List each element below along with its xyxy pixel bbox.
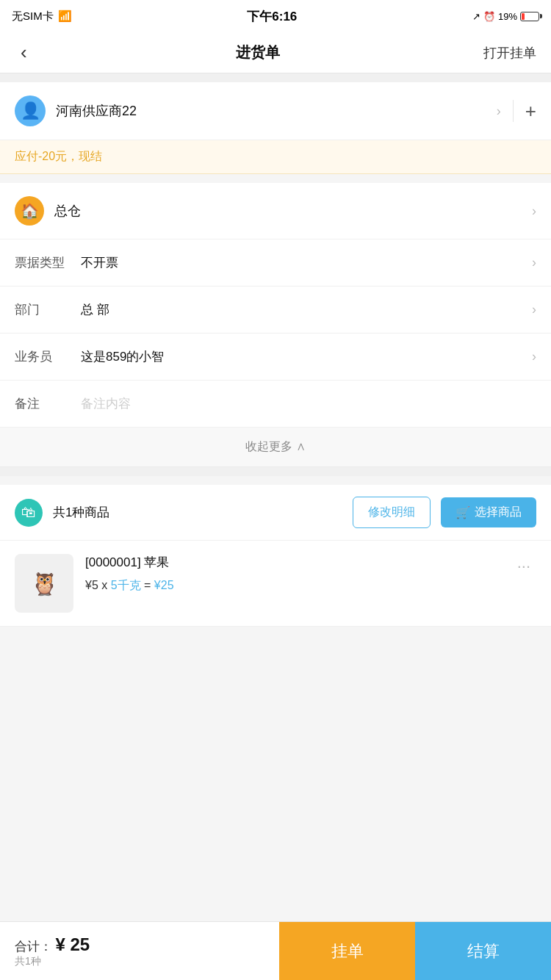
salesperson-label: 业务员 [15,348,81,365]
product-name: [0000001] 苹果 [85,554,500,571]
nav-bar: ‹ 进货单 打开挂单 [0,32,551,73]
warehouse-chevron-icon: › [532,203,536,219]
product-total: ¥25 [154,579,174,591]
products-header: 🛍 共1种商品 修改明细 🛒 选择商品 [0,485,551,541]
house-icon: 🏠 [21,202,39,220]
battery-fill [522,13,525,20]
remark-row[interactable]: 备注 备注内容 [0,381,551,428]
product-more-button[interactable]: ··· [511,554,536,579]
total-sub: 共1种 [15,955,264,968]
product-info: [0000001] 苹果 ¥5 x 5千克 = ¥25 [85,554,500,594]
warehouse-row[interactable]: 🏠 总仓 › [0,183,551,239]
top-divider [0,73,551,82]
footer: 合计： ¥ 25 共1种 挂单 结算 [0,921,551,980]
battery-icon [520,12,539,21]
edit-detail-button[interactable]: 修改明细 [353,497,431,528]
department-chevron-icon: › [532,302,536,317]
total-amount: ¥ 25 [55,934,90,954]
notice-text: 应付-20元，现结 [15,150,102,162]
supplier-name: 河南供应商22 [56,102,497,120]
open-suspend-button[interactable]: 打开挂单 [483,44,536,62]
suspend-button[interactable]: 挂单 [279,922,415,981]
product-placeholder-icon: 🦉 [31,571,58,597]
warehouse-icon: 🏠 [15,196,44,226]
status-left: 无SIM卡 📶 [12,10,72,24]
department-value: 总 部 [81,301,532,318]
salesperson-row[interactable]: 业务员 这是859的小智 › [0,334,551,381]
remark-label: 备注 [15,395,81,412]
status-bar: 无SIM卡 📶 下午6:16 ↗ ⏰ 19% [0,0,551,32]
supplier-icon: 👤 [21,101,40,120]
add-supplier-button[interactable]: + [525,100,536,123]
warehouse-name: 总仓 [54,202,532,220]
product-title: 苹果 [144,555,169,569]
product-qty: 5千克 [111,579,141,591]
supplier-row[interactable]: 👤 河南供应商22 › + [0,82,551,140]
product-item: 🦉 [0000001] 苹果 ¥5 x 5千克 = ¥25 ··· [0,541,551,627]
department-label: 部门 [15,301,81,318]
collapse-label: 收起更多 ∧ [245,440,305,453]
footer-spacer [0,627,551,700]
remark-input[interactable]: 备注内容 [81,395,536,412]
select-product-button[interactable]: 🛒 选择商品 [441,497,536,527]
carrier-label: 无SIM卡 [12,10,54,24]
invoice-type-row[interactable]: 票据类型 不开票 › [0,239,551,287]
unit-price: ¥5 [85,579,98,591]
status-right: ↗ ⏰ 19% [472,11,539,22]
bag-icon: 🛍 [21,504,36,521]
product-count-label: 共1种商品 [53,504,342,521]
page-title: 进货单 [236,43,280,62]
invoice-type-value: 不开票 [81,254,532,271]
battery-percent: 19% [498,11,517,22]
notice-bar: 应付-20元，现结 [0,140,551,174]
department-row[interactable]: 部门 总 部 › [0,287,551,334]
multiply-symbol: x [101,579,110,591]
products-icon: 🛍 [15,499,43,527]
invoice-type-chevron-icon: › [532,255,536,270]
location-icon: ↗ [472,11,480,22]
alarm-icon: ⏰ [483,11,495,22]
status-time: 下午6:16 [247,8,297,25]
salesperson-chevron-icon: › [532,349,536,364]
product-thumbnail: 🦉 [15,554,73,613]
checkout-button[interactable]: 结算 [415,922,551,981]
supplier-chevron-icon: › [497,104,501,119]
total-label: 合计： [15,940,52,954]
product-price-row: ¥5 x 5千克 = ¥25 [85,578,500,594]
collapse-toggle[interactable]: 收起更多 ∧ [0,428,551,467]
salesperson-value: 这是859的小智 [81,348,532,365]
select-product-label: 选择商品 [475,505,522,520]
vertical-divider [513,100,514,122]
mid-divider [0,467,551,476]
product-code: [0000001] [85,555,141,569]
back-button[interactable]: ‹ [15,35,33,70]
supplier-avatar: 👤 [15,96,46,126]
footer-total-section: 合计： ¥ 25 共1种 [0,934,279,968]
equals-symbol: = [144,579,154,591]
invoice-type-label: 票据类型 [15,254,81,271]
wifi-icon: 📶 [58,10,72,23]
cart-icon: 🛒 [455,505,470,519]
